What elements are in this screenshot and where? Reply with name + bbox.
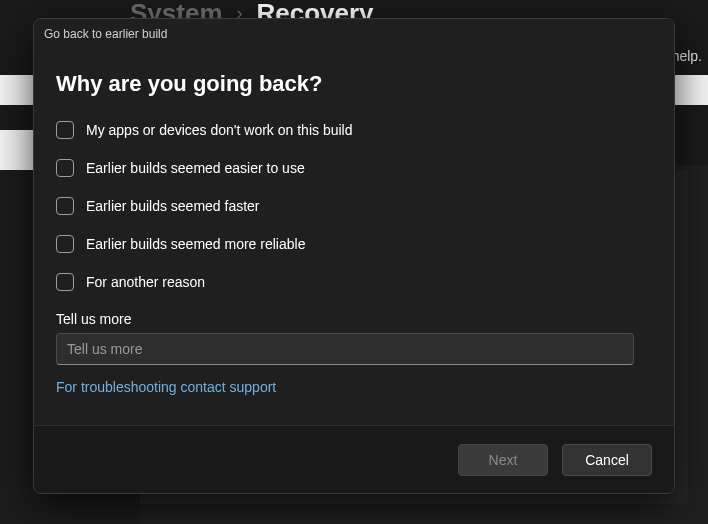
- checkbox-icon: [56, 121, 74, 139]
- reason-option-faster[interactable]: Earlier builds seemed faster: [56, 197, 652, 215]
- reason-option-easier[interactable]: Earlier builds seemed easier to use: [56, 159, 652, 177]
- reason-option-other[interactable]: For another reason: [56, 273, 652, 291]
- contact-support-link[interactable]: For troubleshooting contact support: [56, 379, 276, 395]
- checkbox-icon: [56, 273, 74, 291]
- reason-label: Earlier builds seemed faster: [86, 198, 260, 214]
- dialog-footer: Next Cancel: [34, 425, 674, 493]
- reason-label: My apps or devices don't work on this bu…: [86, 122, 352, 138]
- dialog-heading: Why are you going back?: [56, 71, 652, 97]
- go-back-dialog: Go back to earlier build Why are you goi…: [33, 18, 675, 494]
- tell-us-more-input[interactable]: [56, 333, 634, 365]
- dialog-title-text: Go back to earlier build: [44, 27, 167, 41]
- reason-option-apps-devices[interactable]: My apps or devices don't work on this bu…: [56, 121, 652, 139]
- tell-us-more-label: Tell us more: [56, 311, 652, 327]
- checkbox-icon: [56, 197, 74, 215]
- reason-label: Earlier builds seemed more reliable: [86, 236, 305, 252]
- cancel-button[interactable]: Cancel: [562, 444, 652, 476]
- dialog-body: Why are you going back? My apps or devic…: [34, 49, 674, 425]
- reason-label: For another reason: [86, 274, 205, 290]
- reason-option-reliable[interactable]: Earlier builds seemed more reliable: [56, 235, 652, 253]
- checkbox-icon: [56, 159, 74, 177]
- reason-label: Earlier builds seemed easier to use: [86, 160, 305, 176]
- bg-help-text: help.: [672, 48, 702, 64]
- dialog-titlebar: Go back to earlier build: [34, 19, 674, 49]
- checkbox-icon: [56, 235, 74, 253]
- next-button[interactable]: Next: [458, 444, 548, 476]
